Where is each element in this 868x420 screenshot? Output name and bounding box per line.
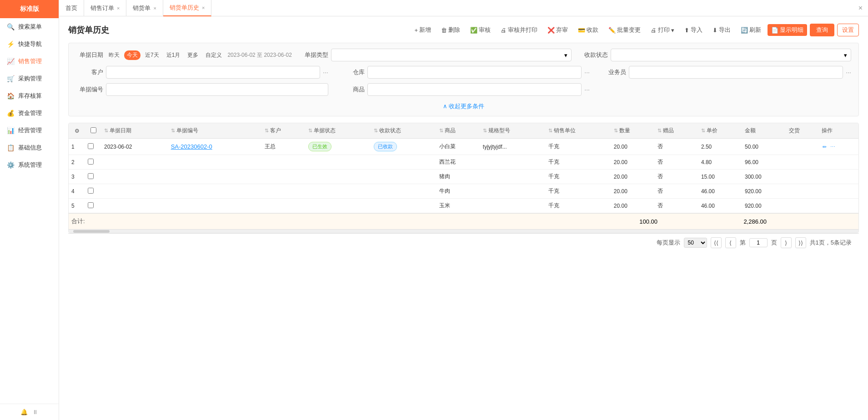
th-price[interactable]: 单价: [698, 123, 742, 139]
row-spec: [480, 170, 546, 184]
last-page-button[interactable]: ⟩⟩: [795, 237, 806, 248]
th-qty[interactable]: 数量: [611, 123, 655, 139]
sidebar-item-fund-mgmt[interactable]: 💰 资金管理: [0, 105, 59, 122]
row-checkbox[interactable]: [88, 188, 94, 194]
settings-button[interactable]: 设置: [837, 24, 859, 36]
sidebar-item-sales-mgmt[interactable]: 📈 销售管理: [0, 53, 59, 70]
row-checkbox[interactable]: [88, 173, 94, 179]
doc-no-link[interactable]: SA-20230602-0: [171, 143, 212, 150]
tab-sales-order[interactable]: 销售订单 ×: [84, 0, 126, 16]
edit-action-button[interactable]: ✏: [822, 144, 828, 150]
shortcut-1month[interactable]: 近1月: [164, 50, 183, 60]
customer-input[interactable]: [106, 66, 320, 79]
row-checkbox[interactable]: [88, 159, 94, 165]
th-customer[interactable]: 客户: [262, 123, 306, 139]
receive-button[interactable]: 💳 收款: [574, 24, 602, 36]
row-checkbox-cell[interactable]: [85, 199, 101, 213]
filter-collapse[interactable]: ∧ 收起更多条件: [76, 100, 851, 110]
first-page-button[interactable]: ⟨⟨: [711, 237, 722, 248]
row-checkbox[interactable]: [88, 202, 94, 208]
sales-mgmt-icon: 📈: [6, 57, 15, 65]
shortcut-yesterday[interactable]: 昨天: [106, 50, 122, 60]
th-gift[interactable]: 赠品: [655, 123, 698, 139]
th-doc-no[interactable]: 单据编号: [168, 123, 262, 139]
page-number-input[interactable]: [749, 238, 768, 247]
th-spec[interactable]: 规格型号: [480, 123, 546, 139]
th-settings[interactable]: ⚙: [69, 123, 85, 139]
select-all-checkbox[interactable]: [90, 127, 96, 133]
row-checkbox-cell[interactable]: [85, 155, 101, 170]
shortcut-7days[interactable]: 近7天: [142, 50, 162, 60]
row-unit: 千克: [546, 184, 611, 199]
purchase-mgmt-icon: 🛒: [6, 75, 15, 83]
refresh-icon: 🔄: [741, 27, 748, 34]
row-checkbox[interactable]: [88, 143, 94, 149]
per-page-select[interactable]: 50 100 200: [684, 238, 707, 248]
sidebar-item-basic-info[interactable]: 📋 基础信息: [0, 139, 59, 156]
tab-home[interactable]: 首页: [59, 0, 84, 16]
close-all-tabs-button[interactable]: ×: [853, 4, 868, 12]
goods-input[interactable]: [367, 83, 582, 96]
th-doc-date[interactable]: 单据日期: [101, 123, 168, 139]
payment-status-select[interactable]: ▾: [611, 49, 851, 61]
table-footer: 合计: 100.00 2,286.00: [69, 213, 858, 229]
customer-ellipsis[interactable]: ···: [323, 69, 328, 76]
audit-print-button[interactable]: 🖨 审核并打印: [497, 24, 541, 36]
next-page-button[interactable]: ⟩: [781, 237, 792, 248]
tab-close-icon[interactable]: ×: [117, 5, 120, 11]
audit-button[interactable]: ✅ 审核: [467, 24, 494, 36]
row-checkbox-cell[interactable]: [85, 170, 101, 184]
sidebar-item-inventory[interactable]: 🏠 库存核算: [0, 87, 59, 105]
row-gift: 否: [655, 199, 698, 213]
pause-icon[interactable]: ⏸: [32, 409, 38, 415]
row-unit: 千克: [546, 139, 611, 155]
sidebar-item-quick-nav[interactable]: ⚡ 快捷导航: [0, 35, 59, 53]
table-scroll-bar[interactable]: [69, 229, 858, 233]
tab-close-icon[interactable]: ×: [202, 5, 205, 10]
notification-icon[interactable]: 🔔: [20, 409, 28, 415]
collapse-label: 收起更多条件: [449, 103, 484, 110]
refresh-button[interactable]: 🔄 刷新: [737, 24, 765, 36]
th-goods[interactable]: 商品: [437, 123, 480, 139]
row-price: 46.00: [698, 199, 742, 213]
doc-no-input[interactable]: [106, 83, 328, 96]
shortcut-custom[interactable]: 自定义: [203, 50, 225, 60]
tab-sales-history[interactable]: 销货单历史 ×: [163, 0, 211, 16]
delete-button[interactable]: 🗑 删除: [437, 24, 464, 36]
sidebar-item-purchase-mgmt[interactable]: 🛒 采购管理: [0, 70, 59, 87]
row-gift: 否: [655, 184, 698, 199]
export-button[interactable]: ⬇ 导出: [709, 24, 734, 36]
th-checkbox[interactable]: [85, 123, 101, 139]
th-unit[interactable]: 销售单位: [546, 123, 611, 139]
row-gift: 否: [655, 155, 698, 170]
batch-change-button[interactable]: ✏️ 批量变更: [605, 24, 644, 36]
salesperson-ellipsis[interactable]: ···: [846, 69, 851, 76]
prev-page-button[interactable]: ⟨: [725, 237, 736, 248]
new-button[interactable]: + 新增: [411, 24, 435, 36]
scroll-thumb[interactable]: [73, 230, 110, 233]
import-button[interactable]: ⬆ 导入: [681, 24, 706, 36]
more-action-button[interactable]: ⋯: [829, 144, 836, 150]
row-checkbox-cell[interactable]: [85, 139, 101, 155]
warehouse-ellipsis[interactable]: ···: [584, 69, 590, 76]
th-payment-status[interactable]: 收款状态: [371, 123, 437, 139]
doc-type-select[interactable]: ▾: [331, 49, 572, 61]
query-button[interactable]: 查询: [810, 24, 834, 36]
shortcut-more[interactable]: 更多: [185, 50, 201, 60]
sidebar-item-search-menu[interactable]: 🔍 搜索菜单: [0, 18, 59, 35]
sidebar-item-system-mgmt[interactable]: ⚙️ 系统管理: [0, 156, 59, 174]
goods-ellipsis[interactable]: ···: [584, 86, 590, 93]
th-doc-status[interactable]: 单据状态: [306, 123, 371, 139]
sidebar-item-operation-mgmt[interactable]: 📊 经营管理: [0, 122, 59, 139]
tab-sales-goods[interactable]: 销货单 ×: [126, 0, 163, 16]
salesperson-input[interactable]: [629, 66, 843, 79]
tab-close-icon[interactable]: ×: [153, 5, 156, 11]
shortcut-today[interactable]: 今天: [124, 50, 140, 60]
row-checkbox-cell[interactable]: [85, 184, 101, 199]
show-detail-button[interactable]: 📄 显示明细: [768, 24, 807, 36]
discard-button[interactable]: ❌ 弃审: [544, 24, 572, 36]
warehouse-input[interactable]: [367, 66, 582, 79]
system-mgmt-icon: ⚙️: [6, 161, 15, 169]
table-row: 3 猪肉 千克 20.00 否 15.00 300.00: [69, 170, 858, 184]
print-button[interactable]: 🖨 打印 ▾: [647, 24, 678, 36]
